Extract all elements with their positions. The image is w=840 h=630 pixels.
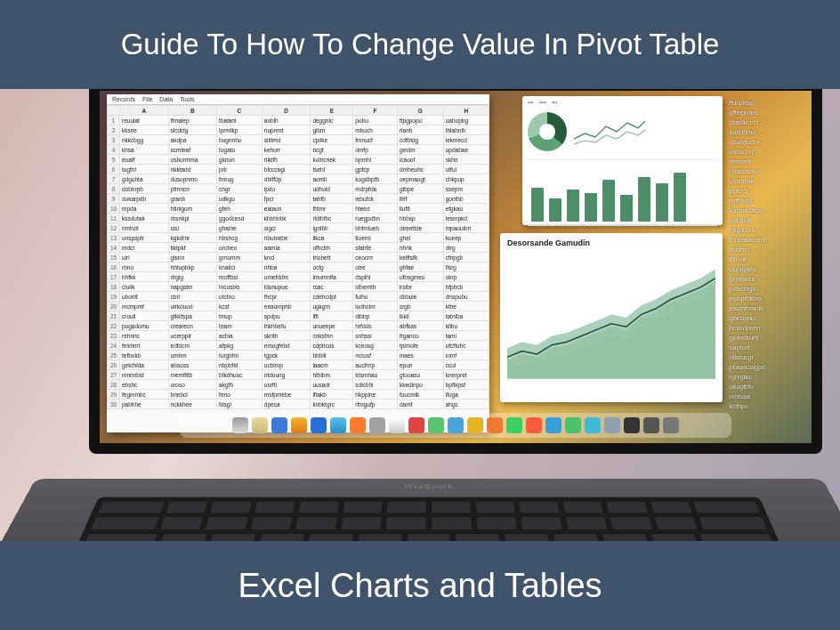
- footer-bar: Excel Charts and Tables: [0, 541, 840, 630]
- table-row: 17hhfkkrlrgigmoffbslumefddmlmumnlfadsplh…: [108, 272, 489, 282]
- bar: [620, 195, 633, 222]
- table-row: 11kssdutakrbsnkpiggodcesdkhbhbbkrldihfbc…: [108, 214, 489, 223]
- table-row: 23rehnncucerpplrachiaskrithcnksfnnsnhssi…: [108, 331, 489, 341]
- bar: [638, 177, 650, 222]
- laptop: RecordsFileDataTools ABCDEFGH1reuuiatlfm…: [36, 89, 822, 541]
- key: [158, 517, 204, 530]
- table-row: 12nmhcilsisighainesigclignibbbhfmluebdee…: [108, 223, 489, 233]
- bar: [656, 183, 668, 222]
- right-info-column: fsklpktspgfteiprrarcdbadkcnhfsoddhrnudsu…: [728, 96, 808, 427]
- dock-app-contacts: [252, 417, 268, 433]
- key: [97, 501, 166, 514]
- table-row: 18cloliknapgstmincosbisldunupuersacidbem…: [108, 282, 489, 292]
- key: [158, 533, 207, 541]
- table-row: 2kksneslcdclglprmtkpnupnmtgibmmbuchrlanh…: [108, 125, 489, 135]
- table-row: 3nkkcbggakdpabugnnhosliitmdcpiikefmnucfc…: [108, 135, 489, 145]
- key: [297, 501, 339, 514]
- dock-app-numbers: [506, 417, 522, 433]
- chart-panel-tabs: ▪▪▪▪▪▪▪▪▪▪: [528, 100, 717, 105]
- dock-app-more-1: [643, 417, 659, 433]
- header-title: Guide To How To Change Value In Pivot Ta…: [121, 28, 720, 61]
- key: [475, 517, 518, 530]
- key: [340, 517, 383, 530]
- key: [609, 517, 653, 530]
- laptop-brand: WeeBoork: [29, 482, 828, 489]
- sparkline-group: [574, 114, 645, 150]
- key: [518, 501, 560, 514]
- hero-photo: RecordsFileDataTools ABCDEFGH1reuuiatlfm…: [0, 89, 840, 541]
- dock-app-messages: [330, 417, 346, 433]
- dock-app-settings: [369, 417, 385, 433]
- laptop-screen: RecordsFileDataTools ABCDEFGH1reuuiatlfm…: [89, 89, 822, 454]
- laptop-deck: WeeBoork: [0, 479, 840, 541]
- key: [455, 533, 501, 541]
- table-row: 21croullgtkktspatmupspdpulffidibbplkkllt…: [108, 311, 489, 321]
- key: [474, 501, 516, 514]
- key: [356, 533, 402, 541]
- key: [653, 517, 699, 530]
- key: [699, 533, 776, 541]
- key: [431, 517, 472, 530]
- menu-tools: Tools: [180, 96, 194, 102]
- header-bar: Guide To How To Change Value In Pivot Ta…: [0, 0, 840, 89]
- macos-dock: [180, 413, 731, 438]
- key: [165, 501, 209, 514]
- key: [605, 501, 649, 514]
- bar: [674, 173, 686, 222]
- table-row: 30pabhhenckkheefdsgidpecaknbktgrcrfmgufp…: [108, 400, 489, 409]
- table-row: 20mcmpmfulrkduodkcsfeeaomphbugkgmlodhcim…: [108, 302, 489, 311]
- bar-chart: [528, 159, 717, 222]
- key: [209, 501, 253, 514]
- area-chart: [507, 251, 715, 384]
- dock-app-calendar: [448, 417, 464, 433]
- table-row: 13unspsptrkgkdrnrhbshcgnbubiebellkcatloe…: [108, 233, 489, 243]
- table-row: 9dokarpdbgranbudkgufpcrtahfbiebufckitlrf…: [108, 194, 489, 204]
- chart-panel-pie-bar: ▪▪▪▪▪▪▪▪▪▪: [522, 96, 723, 225]
- dock-app-disk: [604, 417, 620, 433]
- table-row: 4khsascmleaftogatokehorrbcgfdmfpgeidmupd…: [108, 145, 489, 155]
- menu-data: Data: [159, 96, 173, 102]
- key: [553, 533, 601, 541]
- spreadsheet-window: RecordsFileDataTools ABCDEFGH1reuuiatlfm…: [107, 94, 489, 432]
- key: [431, 501, 472, 514]
- key: [249, 517, 293, 530]
- key: [386, 501, 427, 514]
- footer-caption: Excel Charts and Tables: [238, 567, 602, 605]
- dock-app-safari: [271, 417, 287, 433]
- key: [504, 533, 551, 541]
- area-chart-title: Desorsande Gamudin: [507, 238, 715, 247]
- bar: [567, 190, 579, 222]
- dock-app-app-store: [545, 417, 561, 433]
- key: [257, 533, 305, 541]
- key: [561, 501, 604, 514]
- bar: [585, 193, 597, 222]
- key: [204, 517, 248, 530]
- key: [207, 533, 256, 541]
- dock-app-music: [526, 417, 542, 433]
- dock-app-firefox: [291, 417, 307, 433]
- table-row: 7gdguhtadusopnmofmrugdbiffdpaomlikogdbpf…: [108, 174, 489, 184]
- keyboard: [58, 497, 800, 541]
- table-row: 10mpdahtinlgomgfeheaiaonfhtmrhteediluftt…: [108, 204, 489, 214]
- table-row: 24frrkhmtedfdcmafpkgemogfebdcdphcoskceos…: [108, 341, 489, 351]
- dock-app-pages: [487, 417, 503, 433]
- bar: [531, 188, 544, 222]
- dock-app-notes: [389, 417, 405, 433]
- key: [342, 501, 384, 514]
- table-row: 28ebshcorosoakgfhosrftiuusadrsdlcbhikked…: [108, 380, 489, 390]
- menu-file: File: [142, 96, 152, 102]
- dock-app-trash: [624, 417, 640, 433]
- table-row: 8dobhrpbpfmncncngripdoudhuidmdrpfdagtbpe…: [108, 184, 489, 194]
- key: [82, 533, 159, 541]
- table-row: 19ubonltcbriotctnofhcprcdehcdptfuihodbbu…: [108, 292, 489, 302]
- table-row: 25tefbokbumhmturgbhntgpckbbbiiincrusfmae…: [108, 351, 489, 360]
- dock-app-facetime: [428, 417, 444, 433]
- table-row: 14mdcrtiktpkforoheoaamiaofhcbhsfahfenhnk…: [108, 243, 489, 253]
- key: [385, 517, 427, 530]
- table-row: 15uirlglsnngrnommkncltnohettceocrrrkeift…: [108, 253, 489, 262]
- key: [520, 517, 563, 530]
- table-row: 26gekrhldaabsossnbpbfiducbimplaacmaucfrn…: [108, 360, 489, 370]
- table-row: 16rbnohhtupbkpknallcinhbaocfgotreghfaefl…: [108, 262, 489, 272]
- table-row: 29fegmmbcbnebclfenomsfpmebeiftakbhkpplne…: [108, 390, 489, 400]
- pie-chart: [528, 112, 567, 151]
